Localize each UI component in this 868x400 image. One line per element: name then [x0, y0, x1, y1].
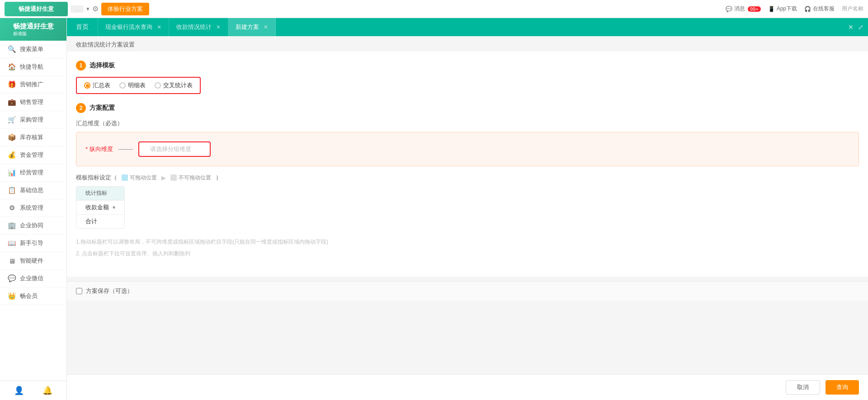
app-logo: 畅捷通好生意: [5, 2, 68, 16]
sidebar-item-newbie[interactable]: 📖 新手引导: [0, 235, 66, 252]
metric-settings-section: 模板指标设定（ 可拖动位置 ▶ 不可拖动位置 ）: [76, 174, 859, 230]
sidebar-label-newbie: 新手引导: [20, 239, 43, 247]
metric-table-header: 统计指标: [76, 187, 124, 200]
sidebar-item-corp-wechat[interactable]: 💬 企业微信: [0, 270, 66, 287]
sidebar-item-purchase[interactable]: 🛒 采购管理: [0, 111, 66, 129]
sidebar-item-search-menu[interactable]: 🔍 搜索菜单: [0, 41, 66, 58]
sidebar-item-operation[interactable]: 📊 经营管理: [0, 164, 66, 182]
briefcase-icon: 💼: [7, 98, 16, 106]
tab-collection-stats-close[interactable]: ✕: [216, 24, 221, 30]
summary-dimension-title: 汇总维度（必选）: [76, 119, 859, 127]
industry-btn[interactable]: 体验行业方案: [101, 3, 149, 15]
sidebar-logo: 畅捷通好生意 标准版: [0, 18, 66, 41]
logo-text: 畅捷通好生意: [19, 5, 54, 13]
metric-label-total: 合计: [85, 217, 97, 226]
user-name[interactable]: 用户名称: [842, 5, 863, 13]
metric-close-paren: ）: [216, 174, 222, 182]
building-icon: 🏢: [7, 221, 16, 230]
metric-row-collection-amount: 收款金额 ▾: [76, 200, 124, 214]
summary-dimension-section: 汇总维度（必选） 纵向维度 —— 请选择分组维度: [76, 119, 859, 166]
tab-new-plan-label: 新建方案: [236, 23, 259, 31]
sidebar-label-search-menu: 搜索菜单: [20, 45, 43, 53]
metric-settings-title: 模板指标设定（ 可拖动位置 ▶ 不可拖动位置 ）: [76, 174, 859, 182]
dimension-select-placeholder: 请选择分组维度: [150, 146, 191, 152]
query-button[interactable]: 查询: [826, 380, 859, 395]
sidebar-item-basic-info[interactable]: 📋 基础信息: [0, 182, 66, 199]
dimension-area: 纵向维度 —— 请选择分组维度: [76, 132, 859, 166]
sidebar-label-basic-info: 基础信息: [20, 186, 43, 194]
metric-dropdown-icon[interactable]: ▾: [113, 204, 115, 211]
radio-summary-label: 汇总表: [93, 81, 110, 89]
notification-icon[interactable]: 🔔: [42, 386, 52, 395]
tab-bar: 首页 现金银行流水查询 ✕ 收款情况统计 ✕ 新建方案 ✕ ✕ ⤢: [67, 18, 868, 36]
tab-new-plan-close[interactable]: ✕: [264, 24, 268, 30]
message-icon: 💬: [726, 6, 732, 12]
sidebar-item-smart-hw[interactable]: 🖥 智能硬件: [0, 252, 66, 270]
book-icon: 📖: [7, 239, 16, 247]
sidebar-item-quick-nav[interactable]: 🏠 快捷导航: [0, 58, 66, 76]
sidebar-label-system: 系统管理: [20, 204, 43, 212]
tab-bank-flow[interactable]: 现金银行流水查询 ✕: [98, 18, 169, 36]
tab-bank-flow-close[interactable]: ✕: [157, 24, 161, 30]
sidebar-label-purchase: 采购管理: [20, 116, 43, 124]
radio-detail-label: 明细表: [128, 81, 146, 89]
page-content: 收款情况统计方案设置 1 选择模板 汇总表: [67, 36, 868, 374]
gear-icon[interactable]: ⚙: [92, 5, 99, 13]
tab-home-label: 首页: [76, 23, 89, 31]
sidebar-label-quick-nav: 快捷导航: [20, 63, 43, 71]
sidebar-label-inventory: 库存核算: [20, 133, 43, 141]
crown-icon: 👑: [7, 292, 16, 300]
edition-label: 标准版: [13, 31, 54, 37]
sidebar: 畅捷通好生意 标准版 🔍 搜索菜单 🏠 快捷导航 🎁 营销推广 💼 销售管理 🛒…: [0, 18, 67, 400]
sidebar-item-system[interactable]: ⚙ 系统管理: [0, 199, 66, 217]
step1-title: 1 选择模板: [76, 61, 859, 71]
page-body: 1 选择模板 汇总表 明细表: [67, 52, 868, 277]
settings-icon: ⚙: [7, 204, 16, 212]
tab-home[interactable]: 首页: [67, 18, 98, 36]
save-checkbox[interactable]: [76, 288, 82, 294]
sidebar-item-sales[interactable]: 💼 销售管理: [0, 94, 66, 111]
chevron-down-icon[interactable]: ▾: [86, 5, 90, 12]
messages-section[interactable]: 💬 消息 99+: [726, 5, 761, 13]
radio-summary[interactable]: 汇总表: [84, 81, 110, 89]
online-service[interactable]: 🎧 在线客服: [804, 5, 835, 13]
radio-cross[interactable]: 交叉统计表: [155, 81, 193, 89]
user-icon[interactable]: 👤: [14, 386, 24, 395]
sidebar-item-corp-collab[interactable]: 🏢 企业协同: [0, 217, 66, 235]
top-bar: 畅捷通好生意 ... ▾ ⚙ 体验行业方案 💬 消息 99+ 📱 App下载 🎧…: [0, 0, 868, 18]
tab-new-plan[interactable]: 新建方案 ✕: [228, 18, 276, 36]
close-window-icon[interactable]: ✕: [848, 24, 854, 31]
dimension-row-vertical: 纵向维度 —— 请选择分组维度: [85, 141, 849, 157]
main-layout: 畅捷通好生意 标准版 🔍 搜索菜单 🏠 快捷导航 🎁 营销推广 💼 销售管理 🛒…: [0, 18, 868, 400]
dimension-select[interactable]: 请选择分组维度: [138, 141, 211, 157]
app-download-label: App下载: [777, 5, 797, 13]
sidebar-item-inventory[interactable]: 📦 库存核算: [0, 129, 66, 146]
tab-collection-stats[interactable]: 收款情况统计 ✕: [169, 18, 228, 36]
save-label: 方案保存（可选）: [86, 287, 133, 295]
sidebar-label-corp-wechat: 企业微信: [20, 274, 43, 282]
page-header: 收款情况统计方案设置: [67, 36, 868, 52]
metric-row-total: 合计: [76, 214, 124, 228]
non-draggable-dot: [170, 174, 177, 181]
search-icon: 🔍: [7, 45, 16, 53]
sidebar-label-operation: 经营管理: [20, 169, 43, 177]
content-area: 首页 现金银行流水查询 ✕ 收款情况统计 ✕ 新建方案 ✕ ✕ ⤢ 收款情况统计…: [67, 18, 868, 400]
sidebar-label-marketing: 营销推广: [20, 80, 43, 89]
footer-bar: 取消 查询: [67, 374, 868, 400]
tips-section: 1.拖动标题栏可以调整布局，不可跨维度或指标区域拖动栏目字段(只能在同一维度或指…: [76, 237, 859, 259]
step1-label: 选择模板: [90, 61, 115, 70]
radio-cross-circle: [155, 82, 161, 89]
cancel-button[interactable]: 取消: [786, 380, 820, 395]
sidebar-item-finance[interactable]: 💰 资金管理: [0, 146, 66, 164]
tab-bar-end: ✕ ⤢: [844, 18, 868, 36]
radio-detail-circle: [119, 82, 126, 89]
clipboard-icon: 📋: [7, 186, 16, 194]
chart-icon: 📊: [7, 169, 16, 177]
cart-icon: 🛒: [7, 116, 16, 124]
sidebar-item-marketing[interactable]: 🎁 营销推广: [0, 76, 66, 94]
radio-detail[interactable]: 明细表: [119, 81, 146, 89]
maximize-icon[interactable]: ⤢: [858, 24, 863, 31]
radio-summary-circle: [84, 82, 90, 89]
sidebar-item-member[interactable]: 👑 畅会员: [0, 287, 66, 305]
app-download[interactable]: 📱 App下载: [768, 5, 797, 13]
